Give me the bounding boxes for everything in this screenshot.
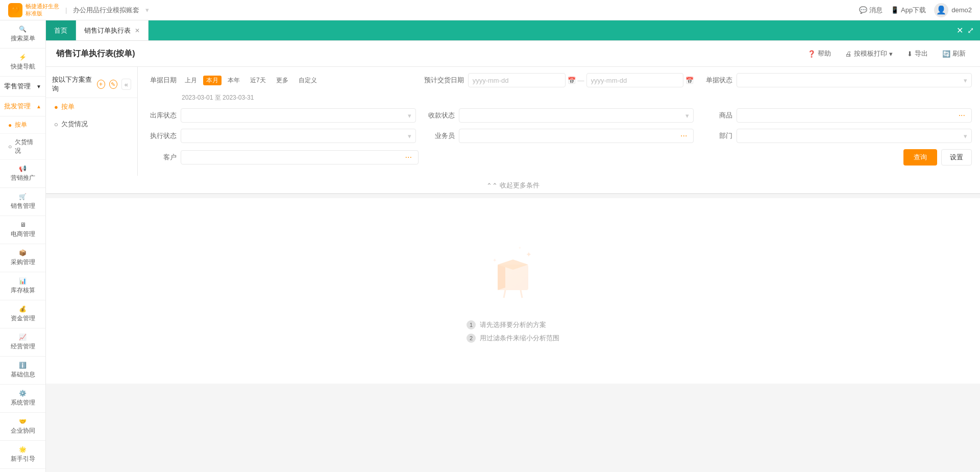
exec-status-label: 执行状态 bbox=[146, 131, 177, 140]
tab-close-btn[interactable]: ✕ bbox=[135, 27, 140, 34]
app-download-btn[interactable]: 📱 App下载 bbox=[891, 6, 926, 15]
expected-date-to[interactable] bbox=[586, 73, 684, 87]
tab-maximize-btn[interactable]: ⤢ bbox=[967, 26, 974, 35]
filter-field-salesperson: 业务员 ··· bbox=[424, 129, 694, 143]
salesperson-dots-btn[interactable]: ··· bbox=[678, 131, 689, 140]
date-range-display: 2023-03-01 至 2023-03-31 bbox=[146, 93, 972, 102]
sidebar-item-ecommerce[interactable]: 🖥 电商管理 bbox=[0, 216, 45, 244]
filter-field-out-status: 出库状态 ▾ bbox=[146, 108, 416, 123]
customer-select[interactable]: ··· bbox=[181, 150, 419, 164]
main-filter-area: 单据日期 上月 本月 本年 近7天 更多 自定义 bbox=[138, 67, 980, 176]
date-btn-custom[interactable]: 自定义 bbox=[295, 75, 321, 86]
scheme-by-order[interactable]: ● 按单 bbox=[46, 98, 137, 115]
sidebar-item-wholesale[interactable]: 批发管理 ▲ bbox=[0, 97, 45, 116]
goods-select[interactable]: ··· bbox=[737, 108, 972, 123]
salesperson-label: 业务员 bbox=[424, 131, 455, 140]
collapse-more-btn[interactable]: ⌃⌃ 收起更多条件 bbox=[480, 180, 546, 191]
settings-btn[interactable]: 设置 bbox=[941, 149, 972, 166]
add-scheme-btn[interactable]: + bbox=[97, 80, 105, 89]
export-icon: ⬇ bbox=[907, 50, 913, 58]
sidebar-item-marketing[interactable]: 📢 营销推广 bbox=[0, 160, 45, 188]
sidebar-item-inventory[interactable]: 📊 库存核算 bbox=[0, 272, 45, 300]
main-layout: 🔍 搜索菜单 ⚡ 快捷导航 零售管理 ▼ 批发管理 ▲ ● 按单 ○ 欠货情况 … bbox=[0, 20, 980, 472]
sidebar-item-quick-nav[interactable]: ⚡ 快捷导航 bbox=[0, 49, 45, 77]
scheme-arrears[interactable]: ○ 欠货情况 bbox=[46, 115, 137, 133]
system-icon: ⚙️ bbox=[19, 390, 27, 397]
customer-label: 客户 bbox=[146, 153, 177, 162]
sidebar-sub-by-order[interactable]: ● 按单 bbox=[0, 116, 45, 134]
help-btn[interactable]: ❓ 帮助 bbox=[803, 47, 835, 60]
expected-date-from[interactable] bbox=[468, 73, 566, 87]
sidebar-item-enterprise[interactable]: 🤝 企业协同 bbox=[0, 413, 45, 441]
receipt-status-select[interactable]: ▾ bbox=[459, 108, 694, 123]
collapse-scheme-btn[interactable]: « bbox=[121, 79, 131, 90]
scheme-header: 按以下方案查询 + ✎ « bbox=[46, 71, 137, 98]
purchase-icon: 📦 bbox=[19, 249, 27, 256]
date-btn-this-year[interactable]: 本年 bbox=[224, 75, 244, 86]
sidebar-item-finance[interactable]: 💰 资金管理 bbox=[0, 300, 45, 328]
calendar-icon-1[interactable]: 📅 bbox=[568, 77, 576, 84]
out-status-select[interactable]: ▾ bbox=[181, 108, 416, 123]
refresh-icon: 🔄 bbox=[942, 50, 950, 58]
sidebar-item-basic[interactable]: ℹ️ 基础信息 bbox=[0, 357, 45, 385]
expected-date-label: 预计交货日期 bbox=[424, 76, 464, 85]
page-header: 销售订单执行表(按单) ❓ 帮助 🖨 按模板打印 ▾ ⬇ 导出 bbox=[46, 41, 980, 67]
date-btn-this-month[interactable]: 本月 bbox=[203, 76, 222, 85]
sidebar-sub-arrears[interactable]: ○ 欠货情况 bbox=[0, 134, 45, 160]
user-area[interactable]: 👤 demo2 bbox=[934, 3, 972, 17]
filter-field-goods: 商品 ··· bbox=[702, 108, 972, 123]
status-select[interactable]: ▾ bbox=[737, 73, 972, 87]
export-btn[interactable]: ⬇ 导出 bbox=[903, 47, 932, 60]
svg-line-6 bbox=[504, 290, 505, 298]
sidebar-item-newbie[interactable]: 🌟 新手引导 bbox=[0, 441, 45, 469]
search-icon: 🔍 bbox=[19, 26, 27, 33]
sidebar-item-operations[interactable]: 📈 经营管理 bbox=[0, 328, 45, 357]
exec-status-select[interactable]: ▾ bbox=[181, 129, 416, 143]
customer-dots-btn[interactable]: ··· bbox=[403, 153, 414, 162]
refresh-btn[interactable]: 🔄 刷新 bbox=[938, 47, 970, 60]
page-content: 销售订单执行表(按单) ❓ 帮助 🖨 按模板打印 ▾ ⬇ 导出 bbox=[46, 41, 980, 472]
salesperson-select[interactable]: ··· bbox=[459, 129, 694, 143]
edit-scheme-btn[interactable]: ✎ bbox=[109, 80, 117, 89]
single-date-label: 单据日期 bbox=[146, 76, 177, 85]
sidebar-item-system[interactable]: ⚙️ 系统管理 bbox=[0, 385, 45, 413]
date-range-text: 2023-03-01 至 2023-03-31 bbox=[182, 94, 254, 101]
filter-field-expected-date: 预计交货日期 📅 — 📅 bbox=[424, 73, 694, 87]
print-icon: 🖨 bbox=[845, 50, 852, 58]
tab-sales-exec[interactable]: 销售订单执行表 ✕ bbox=[76, 20, 149, 40]
empty-state: ✦ ✦ ✦ 1 请先选择要分析的方案 2 用过滤条件来 bbox=[46, 198, 980, 384]
print-btn[interactable]: 🖨 按模板打印 ▾ bbox=[841, 47, 897, 60]
retail-chevron: ▼ bbox=[36, 84, 41, 89]
sidebar-item-purchase[interactable]: 📦 采购管理 bbox=[0, 244, 45, 272]
nav-icon: ⚡ bbox=[19, 54, 27, 61]
download-icon: 📱 bbox=[891, 6, 899, 14]
calendar-icon-2[interactable]: 📅 bbox=[685, 77, 694, 84]
tab-bar: 首页 销售订单执行表 ✕ ✕ ⤢ bbox=[46, 20, 980, 41]
svg-text:✦: ✦ bbox=[493, 257, 497, 263]
sidebar-item-sales[interactable]: 🛒 销售管理 bbox=[0, 188, 45, 216]
date-btn-more[interactable]: 更多 bbox=[272, 75, 292, 86]
tab-minimize-btn[interactable]: ✕ bbox=[957, 26, 963, 35]
dept-select[interactable]: ▾ bbox=[737, 129, 972, 143]
goods-dots-btn[interactable]: ··· bbox=[957, 111, 967, 120]
sidebar-item-retail[interactable]: 零售管理 ▼ bbox=[0, 77, 45, 97]
date-btn-last-month[interactable]: 上月 bbox=[181, 75, 201, 86]
sidebar-item-apps[interactable]: 🔲 应用中心 bbox=[0, 469, 45, 472]
tab-home[interactable]: 首页 bbox=[46, 20, 76, 40]
logo-icon: 🧡 bbox=[8, 3, 22, 17]
app-title-dropdown[interactable]: ▾ bbox=[145, 6, 149, 14]
filter-field-status: 单据状态 ▾ bbox=[702, 73, 972, 87]
top-bar-left: 🧡 畅捷通好生意 标准版 | 办公用品行业模拟账套 ▾ bbox=[8, 3, 149, 17]
filter-row-3: 执行状态 ▾ 业务员 ··· bbox=[146, 129, 972, 143]
search-btn[interactable]: 查询 bbox=[903, 149, 937, 166]
inventory-icon: 📊 bbox=[19, 277, 27, 285]
filter-actions: 查询 设置 bbox=[903, 149, 972, 166]
date-btn-7days[interactable]: 近7天 bbox=[246, 75, 270, 86]
empty-tips: 1 请先选择要分析的方案 2 用过滤条件来缩小分析范围 bbox=[467, 320, 559, 343]
dept-label: 部门 bbox=[702, 131, 732, 140]
out-status-dropdown-icon: ▾ bbox=[408, 112, 411, 120]
sidebar-item-search[interactable]: 🔍 搜索菜单 bbox=[0, 20, 45, 49]
empty-tip-1: 1 请先选择要分析的方案 bbox=[467, 320, 559, 329]
messages-btn[interactable]: 💬 消息 bbox=[859, 6, 883, 15]
arrears-icon: ○ bbox=[8, 143, 12, 150]
